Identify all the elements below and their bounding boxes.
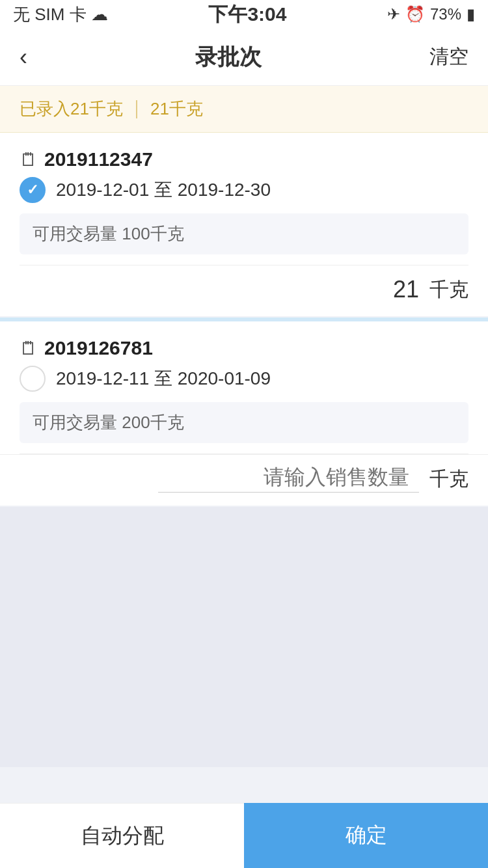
- quantity-row-1: 21 千克: [0, 265, 488, 316]
- location-icon: ✈: [387, 5, 400, 23]
- checkmark-icon: ✓: [27, 182, 38, 198]
- footer: 自动分配 确定: [0, 803, 488, 868]
- bottom-area: [0, 507, 488, 767]
- batch-dates-row-1: ✓ 2019-12-01 至 2019-12-30: [0, 177, 488, 213]
- batch-icon-1: 🗒: [20, 149, 38, 170]
- auto-distribute-button[interactable]: 自动分配: [0, 803, 244, 868]
- clear-button[interactable]: 清空: [429, 44, 468, 70]
- batch-dates-row-2: 2019-12-11 至 2020-01-09: [0, 366, 488, 402]
- back-button[interactable]: ‹: [20, 44, 27, 71]
- recorded-label: 已录入21千克: [20, 98, 123, 120]
- batch-checkbox-1[interactable]: ✓: [20, 177, 46, 203]
- info-divider: [136, 100, 137, 118]
- nav-bar: ‹ 录批次 清空: [0, 29, 488, 86]
- batch-id-1: 2019112347: [44, 148, 153, 170]
- batch-header-2: 🗒 2019126781: [0, 321, 488, 366]
- quantity-input-area-2: 千克: [0, 454, 488, 506]
- batch-dates-1: 2019-12-01 至 2019-12-30: [56, 178, 271, 202]
- confirm-button[interactable]: 确定: [244, 803, 488, 868]
- page-title: 录批次: [195, 42, 262, 72]
- status-bar: 无 SIM 卡 ☁ 下午3:04 ✈ ⏰ 73% ▮: [0, 0, 488, 29]
- qty-unit-label-2: 千克: [429, 466, 468, 493]
- quantity-input-2[interactable]: [158, 465, 419, 493]
- batch-checkbox-2[interactable]: [20, 366, 46, 392]
- info-banner: 已录入21千克 21千克: [0, 86, 488, 133]
- batch-card-1: 🗒 2019112347 ✓ 2019-12-01 至 2019-12-30 可…: [0, 133, 488, 316]
- batch-card-2: 🗒 2019126781 2019-12-11 至 2020-01-09 可用交…: [0, 321, 488, 506]
- batch-availability-1: 可用交易量 100千克: [20, 213, 468, 254]
- info-value: 21千克: [150, 98, 203, 120]
- quantity-value-1: 21: [367, 276, 419, 303]
- status-left: 无 SIM 卡 ☁: [13, 3, 108, 26]
- batch-icon-2: 🗒: [20, 338, 38, 359]
- battery-icon: ▮: [467, 5, 475, 23]
- batch-availability-2: 可用交易量 200千克: [20, 402, 468, 443]
- quantity-unit-1: 千克: [429, 277, 468, 303]
- battery-level: 73%: [430, 5, 461, 23]
- quantity-input-wrapper: 千克: [20, 465, 468, 493]
- status-right: ✈ ⏰ 73% ▮: [387, 5, 475, 23]
- batch-header-1: 🗒 2019112347: [0, 133, 488, 177]
- batch-dates-2: 2019-12-11 至 2020-01-09: [56, 366, 271, 391]
- alarm-icon: ⏰: [405, 5, 425, 23]
- sim-status: 无 SIM 卡 ☁: [13, 3, 108, 26]
- status-time: 下午3:04: [208, 1, 286, 28]
- batch-id-2: 2019126781: [44, 337, 153, 359]
